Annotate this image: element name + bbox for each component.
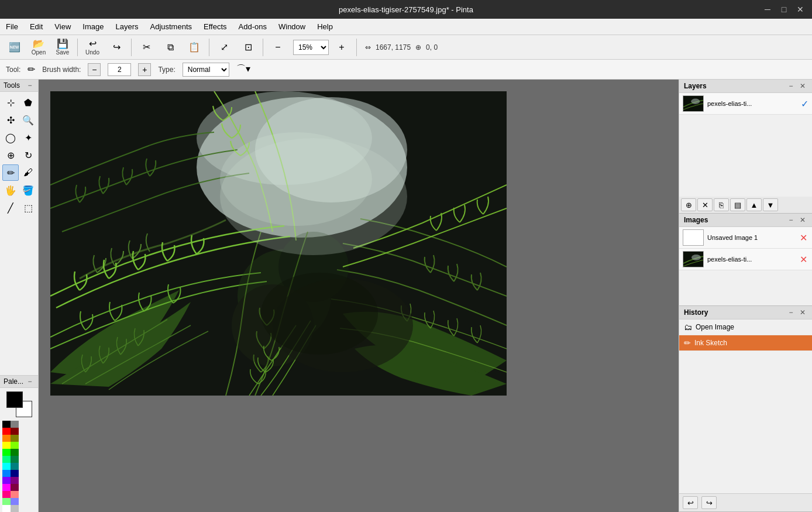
move-tool[interactable]: ✣ bbox=[2, 112, 19, 128]
toolbox-collapse[interactable]: − bbox=[25, 81, 35, 90]
eraser-tool[interactable]: ⬚ bbox=[20, 200, 36, 216]
layers-panel-close[interactable]: ✕ bbox=[798, 81, 807, 91]
color-red[interactable] bbox=[2, 428, 11, 435]
color-darkred[interactable] bbox=[11, 428, 19, 435]
history-item-open[interactable]: 🗂 Open Image bbox=[679, 319, 812, 335]
color-teal[interactable] bbox=[11, 463, 19, 470]
color-salmon[interactable] bbox=[11, 491, 19, 498]
sep1 bbox=[77, 39, 78, 56]
history-panel-close[interactable]: ✕ bbox=[798, 308, 807, 317]
fg-color-swatch[interactable] bbox=[6, 391, 23, 408]
color-olive[interactable] bbox=[11, 435, 19, 442]
color-purple[interactable] bbox=[11, 477, 19, 484]
copy-button[interactable]: ⧉ bbox=[159, 37, 181, 57]
history-undo-button[interactable]: ↩ bbox=[683, 496, 698, 509]
zoom-in-tool[interactable]: ⊕ bbox=[2, 147, 19, 163]
menu-window[interactable]: Window bbox=[273, 20, 311, 33]
rectangle-select-tool[interactable]: ⊹ bbox=[2, 94, 19, 111]
color-white[interactable] bbox=[2, 505, 11, 512]
color-violet[interactable] bbox=[2, 477, 11, 484]
color-green[interactable] bbox=[2, 449, 11, 456]
paint-brush-tool[interactable]: 🖌 bbox=[20, 164, 36, 181]
pencil-tool[interactable]: ✏ bbox=[2, 164, 19, 181]
menu-adjustments[interactable]: Adjustments bbox=[144, 20, 198, 33]
fill-tool[interactable]: 🪣 bbox=[20, 182, 36, 198]
color-spring-green[interactable] bbox=[2, 456, 11, 463]
minimize-button[interactable]: ─ bbox=[761, 2, 775, 16]
color-black[interactable] bbox=[2, 421, 11, 428]
image-item-unsaved[interactable]: Unsaved Image 1 ✕ bbox=[679, 227, 812, 249]
menu-image[interactable]: Image bbox=[77, 20, 109, 33]
close-button[interactable]: ✕ bbox=[793, 2, 807, 16]
zoom-select[interactable]: 10% 15% 25% 50% 75% 100% bbox=[293, 40, 329, 55]
paste-button[interactable]: 📋 bbox=[183, 37, 205, 57]
resize-button[interactable]: ⊡ bbox=[237, 37, 259, 57]
layer-visible-check[interactable]: ✓ bbox=[801, 98, 808, 109]
line-tool[interactable]: ╱ bbox=[2, 200, 19, 216]
type-select[interactable]: Normal Smooth Ink Dashed bbox=[183, 63, 229, 77]
color-dark-green[interactable] bbox=[11, 449, 19, 456]
crop-button[interactable]: ⤢ bbox=[213, 37, 235, 57]
color-light-green[interactable] bbox=[2, 498, 11, 505]
color-hot-pink[interactable] bbox=[2, 491, 11, 498]
color-yellow[interactable] bbox=[2, 442, 11, 449]
maximize-button[interactable]: □ bbox=[777, 2, 791, 16]
history-panel-title: History bbox=[684, 308, 708, 317]
color-dark-pink[interactable] bbox=[11, 484, 19, 491]
color-silver[interactable] bbox=[11, 505, 19, 512]
duplicate-layer-button[interactable]: ⎘ bbox=[714, 198, 729, 211]
color-navy[interactable] bbox=[11, 470, 19, 477]
unsaved-image-close[interactable]: ✕ bbox=[798, 232, 808, 243]
menu-layers[interactable]: Layers bbox=[109, 20, 144, 33]
color-azure[interactable] bbox=[2, 470, 11, 477]
layer-item[interactable]: pexels-elias-ti... ✓ bbox=[679, 93, 812, 115]
canvas-image[interactable] bbox=[50, 91, 507, 396]
magic-wand-tool[interactable]: ✦ bbox=[20, 129, 36, 146]
open-button[interactable]: 📂 Open bbox=[27, 37, 50, 57]
menu-view[interactable]: View bbox=[49, 20, 77, 33]
delete-layer-button[interactable]: ✕ bbox=[697, 198, 713, 211]
new-button[interactable]: 🆕 bbox=[4, 37, 26, 57]
ellipse-select-tool[interactable]: ◯ bbox=[2, 129, 19, 146]
brush-width-decrease[interactable]: − bbox=[88, 63, 101, 76]
merge-layer-button[interactable]: ▤ bbox=[730, 198, 745, 211]
save-button[interactable]: 💾 Save bbox=[51, 37, 74, 57]
unsaved-image-thumb bbox=[683, 229, 704, 246]
move-layer-down-button[interactable]: ▼ bbox=[763, 198, 778, 211]
color-orange[interactable] bbox=[2, 435, 11, 442]
layers-panel-minimize[interactable]: − bbox=[786, 81, 796, 91]
pan-tool[interactable]: 🖐 bbox=[2, 182, 19, 198]
menu-effects[interactable]: Effects bbox=[198, 20, 233, 33]
palette-collapse[interactable]: − bbox=[25, 377, 35, 386]
history-redo-button[interactable]: ↪ bbox=[701, 496, 717, 509]
color-cyan[interactable] bbox=[2, 463, 11, 470]
rotate-tool[interactable]: ↻ bbox=[20, 147, 36, 163]
zoomin-button[interactable]: + bbox=[331, 37, 353, 57]
menu-add-ons[interactable]: Add-ons bbox=[233, 20, 273, 33]
pexels-image-close[interactable]: ✕ bbox=[798, 254, 808, 264]
cut-button[interactable]: ✂ bbox=[135, 37, 157, 57]
image-item-pexels[interactable]: pexels-elias-ti... ✕ bbox=[679, 249, 812, 270]
lasso-select-tool[interactable]: ⬟ bbox=[20, 94, 36, 111]
zoomout-button[interactable]: − bbox=[267, 37, 289, 57]
move-layer-up-button[interactable]: ▲ bbox=[746, 198, 762, 211]
add-layer-button[interactable]: ⊕ bbox=[681, 198, 696, 211]
undo-button[interactable]: ↩ Undo bbox=[81, 37, 104, 57]
zoom-tool[interactable]: 🔍 bbox=[20, 112, 36, 128]
images-panel-close[interactable]: ✕ bbox=[798, 215, 807, 225]
menu-edit[interactable]: Edit bbox=[24, 20, 49, 33]
history-item-inksketch[interactable]: ✏ Ink Sketch bbox=[679, 335, 812, 351]
images-panel-minimize[interactable]: − bbox=[786, 215, 796, 225]
canvas-area[interactable] bbox=[39, 80, 679, 512]
brush-width-increase[interactable]: + bbox=[138, 63, 151, 76]
history-panel-minimize[interactable]: − bbox=[786, 308, 796, 317]
color-periwinkle[interactable] bbox=[11, 498, 19, 505]
color-magenta[interactable] bbox=[2, 484, 11, 491]
brush-width-input[interactable] bbox=[108, 63, 131, 76]
menu-file[interactable]: File bbox=[0, 20, 24, 33]
color-yellow-green[interactable] bbox=[11, 442, 19, 449]
redo-button[interactable]: ↪ bbox=[105, 37, 128, 57]
color-gray[interactable] bbox=[11, 421, 19, 428]
color-sea-green[interactable] bbox=[11, 456, 19, 463]
menu-help[interactable]: Help bbox=[311, 20, 339, 33]
